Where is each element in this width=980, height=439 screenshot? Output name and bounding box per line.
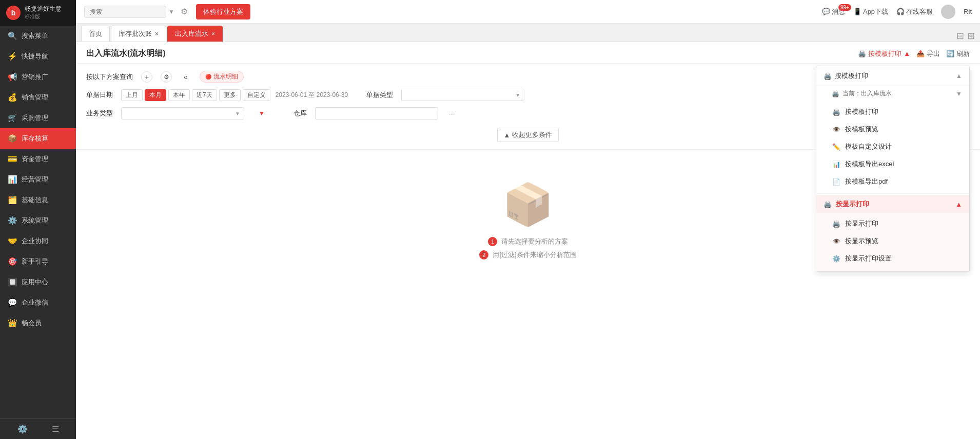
date-tag-this-year[interactable]: 本年: [168, 89, 190, 101]
sidebar-item-app-center[interactable]: 🔲 应用中心: [0, 272, 76, 292]
tab-home[interactable]: 首页: [81, 26, 110, 42]
print-template-btn[interactable]: 🖨️ 按模板打印 ▲: [858, 49, 910, 58]
sidebar-settings-btn[interactable]: ⚙️: [17, 424, 28, 434]
date-label: 单据日期: [86, 90, 113, 99]
warehouse-input[interactable]: [315, 107, 438, 119]
tab-flow-close[interactable]: ×: [211, 30, 215, 37]
collapse-icon: ▲: [504, 131, 511, 139]
sidebar-item-system[interactable]: ⚙️ 系统管理: [0, 210, 76, 231]
operation-icon: 📊: [7, 174, 17, 185]
logo-name: 畅捷通好生意: [25, 5, 62, 13]
dp-display-section-icon: 🖨️: [824, 201, 832, 208]
cooperation-icon: 🤝: [7, 236, 17, 246]
sidebar-item-guide[interactable]: 🎯 新手引导: [0, 251, 76, 272]
dp-header-printer-icon: 🖨️: [824, 72, 832, 80]
doc-type-select[interactable]: [401, 89, 524, 101]
refresh-btn[interactable]: 🔄 刷新: [946, 49, 970, 58]
dp-template-export-excel-icon: 📊: [832, 159, 841, 169]
enterprise-wx-icon: 💬: [7, 297, 17, 308]
tab-flow[interactable]: 出入库流水 ×: [167, 26, 223, 42]
collapse-more-btn[interactable]: ▲ 收起更多条件: [497, 128, 559, 142]
dp-collapse-btn[interactable]: ▲: [956, 72, 962, 79]
purchase-icon: 🛒: [7, 113, 17, 123]
date-tag-last-month[interactable]: 上月: [121, 89, 143, 101]
filter-label: 按以下方案查询: [86, 72, 133, 82]
dp-template-custom-item[interactable]: ✏️ 模板自定义设计: [816, 138, 969, 155]
sidebar-item-sales[interactable]: 💰 销售管理: [0, 87, 76, 108]
date-tag-custom[interactable]: 自定义: [243, 89, 270, 101]
business-type-label: 业务类型: [86, 109, 113, 118]
tab-batch[interactable]: 库存批次账 ×: [111, 26, 166, 42]
tab-batch-close[interactable]: ×: [155, 30, 159, 37]
dp-template-export-pdf-item[interactable]: 📄 按模板导出pdf: [816, 173, 969, 190]
sidebar-item-quick-nav[interactable]: ⚡ 快捷导航: [0, 46, 76, 67]
sidebar-item-basic[interactable]: 🗂️ 基础信息: [0, 190, 76, 210]
current-chevron-icon: ▼: [956, 90, 962, 97]
empty-step-2: 2 用[过滤]条件来缩小分析范围: [479, 250, 576, 260]
app-icon: 📱: [853, 8, 861, 15]
sidebar-item-inventory[interactable]: 📦 库存核算: [0, 128, 76, 149]
dp-template-print-item[interactable]: 🖨️ 按模板打印: [816, 103, 969, 121]
filter-settings-btn[interactable]: ⚙: [161, 71, 172, 83]
username-label[interactable]: Rit: [964, 8, 972, 15]
date-range: 2023-06-01 至 2023-06-30: [276, 91, 348, 99]
system-icon: ⚙️: [7, 215, 17, 226]
dp-display-preview-icon: 👁️: [832, 236, 841, 246]
app-download-btn[interactable]: 📱 App下载: [853, 7, 888, 16]
business-type-more[interactable]: ▼: [259, 110, 265, 117]
sidebar-item-search[interactable]: 🔍 搜索菜单: [0, 26, 76, 46]
online-service-btn[interactable]: 🎧 在线客服: [896, 7, 933, 16]
headset-icon: 🎧: [896, 8, 905, 15]
export-btn[interactable]: 📤 导出: [916, 49, 940, 58]
avatar[interactable]: [941, 5, 955, 19]
sidebar-item-cooperation[interactable]: 🤝 企业协同: [0, 231, 76, 251]
page-header: 出入库流水(流水明细) 🖨️ 按模板打印 ▲ 📤 导出 🔄 刷新: [76, 42, 980, 64]
sidebar-item-operation[interactable]: 📊 经营管理: [0, 169, 76, 190]
sales-icon: 💰: [7, 92, 17, 103]
dp-display-collapse-icon: ▲: [955, 201, 962, 208]
filter-chip[interactable]: 🔴 流水明细: [200, 71, 244, 83]
page-content: 出入库流水(流水明细) 🖨️ 按模板打印 ▲ 📤 导出 🔄 刷新: [76, 42, 980, 439]
dp-template-preview-item[interactable]: 👁️ 按模板预览: [816, 121, 969, 138]
step-1-num: 1: [488, 237, 497, 246]
search-input[interactable]: [84, 6, 166, 18]
sidebar-logo: b 畅捷通好生意 标准版: [0, 0, 76, 26]
dp-display-print-settings-item[interactable]: ⚙️ 按显示打印设置: [816, 250, 969, 267]
sidebar-bottom: ⚙️ ☰: [0, 418, 76, 439]
minimize-icon[interactable]: ⊟: [956, 30, 964, 42]
dropdown-panel: 🖨️ 按模板打印 ▲ 🖨️ 当前：出入库流水 ▼ 🖨️: [816, 66, 970, 272]
finance-icon: 💳: [7, 154, 17, 164]
business-type-select[interactable]: [121, 107, 244, 119]
dp-display-preview-item[interactable]: 👁️ 按显示预览: [816, 232, 969, 250]
dp-display-print-item[interactable]: 🖨️ 按显示打印: [816, 215, 969, 232]
expand-icon[interactable]: ⊞: [967, 30, 975, 42]
printer-icon: 🖨️: [858, 50, 866, 57]
sidebar-item-purchase[interactable]: 🛒 采购管理: [0, 108, 76, 128]
header-search-area: ▼ ⚙ 体验行业方案: [84, 4, 822, 19]
dp-header: 🖨️ 按模板打印 ▲: [816, 66, 969, 86]
sidebar-item-enterprise-wx[interactable]: 💬 企业微信: [0, 292, 76, 313]
tab-batch-label: 库存批次账: [119, 29, 152, 38]
filter-add-btn[interactable]: +: [141, 71, 152, 83]
date-tag-this-month[interactable]: 本月: [145, 89, 166, 101]
dp-display-export-excel-item[interactable]: 📊 按显示导出excel: [816, 267, 969, 271]
quick-nav-icon: ⚡: [7, 51, 17, 62]
date-tag-7days[interactable]: 近7天: [192, 89, 217, 101]
message-icon: 💬: [822, 8, 830, 15]
date-tag-more[interactable]: 更多: [219, 89, 241, 101]
sidebar-item-finance[interactable]: 💳 资金管理: [0, 149, 76, 169]
industry-btn[interactable]: 体验行业方案: [196, 4, 250, 19]
filter-collapse-btn[interactable]: «: [180, 71, 191, 83]
empty-illustration: 📦: [502, 181, 554, 229]
search-dropdown-icon[interactable]: ▼: [168, 8, 174, 15]
dp-display-section-title[interactable]: 🖨️ 按显示打印 ▲: [816, 195, 969, 213]
dp-template-export-excel-item[interactable]: 📊 按模板导出excel: [816, 155, 969, 173]
settings-icon[interactable]: ⚙: [181, 7, 188, 16]
page-title: 出入库流水(流水明细): [86, 48, 166, 59]
message-btn[interactable]: 💬 消息 99+: [822, 7, 845, 16]
warehouse-more-btn[interactable]: ···: [448, 110, 454, 117]
tab-bar: 首页 库存批次账 × 出入库流水 × ⊟ ⊞: [76, 24, 980, 42]
sidebar-menu-btn[interactable]: ☰: [52, 424, 59, 434]
sidebar-item-marketing[interactable]: 📢 营销推广: [0, 67, 76, 87]
sidebar-item-vip[interactable]: 👑 畅会员: [0, 313, 76, 333]
